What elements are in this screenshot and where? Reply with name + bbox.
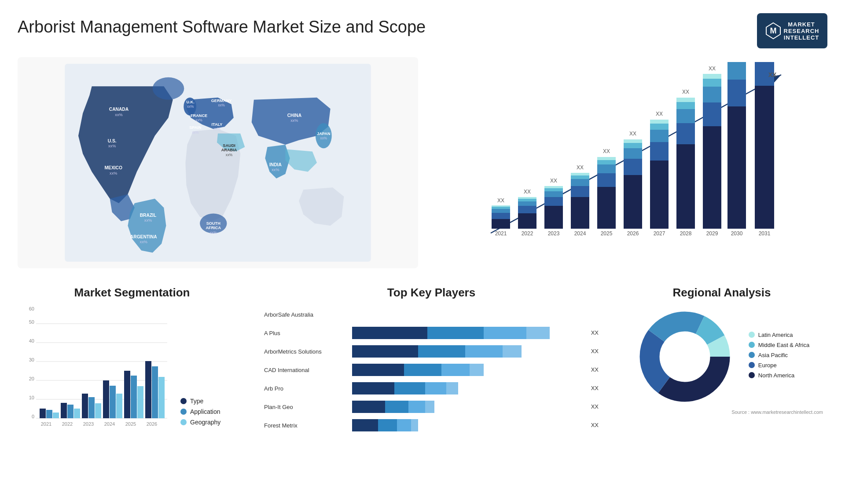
svg-rect-66 (571, 173, 589, 175)
legend-europe: Europe (749, 362, 809, 369)
player-name: Plan-It Geo (264, 404, 352, 410)
bar-seg2 (385, 401, 408, 413)
svg-text:M: M (770, 26, 776, 35)
svg-rect-52 (518, 197, 536, 199)
svg-rect-85 (650, 130, 669, 142)
svg-rect-92 (676, 109, 695, 123)
bar-seg1 (352, 327, 427, 339)
svg-rect-101 (703, 74, 721, 79)
north-america-dot (749, 372, 755, 378)
player-name: Forest Metrix (264, 422, 352, 429)
logo-line1: MARKET (784, 21, 819, 28)
svg-text:ITALY: ITALY (211, 122, 222, 127)
players-chart: ArborSafe Australia A Plus XX ArborMetri… (264, 306, 599, 431)
bar-seg3 (397, 419, 411, 431)
player-row: Plan-It Geo XX (264, 401, 599, 413)
donut-container: Latin America Middle East & Africa Asia … (621, 306, 823, 407)
player-name: Arb Pro (264, 385, 352, 392)
svg-rect-50 (518, 201, 536, 206)
svg-rect-137 (124, 371, 130, 418)
svg-text:xx%: xx% (144, 218, 152, 223)
svg-text:2025: 2025 (125, 421, 136, 427)
player-xx: XX (591, 364, 599, 376)
svg-point-6 (316, 123, 332, 148)
svg-text:xx%: xx% (108, 144, 116, 148)
svg-text:CANADA: CANADA (109, 107, 129, 112)
player-bar (352, 308, 595, 321)
svg-text:xx%: xx% (195, 118, 202, 122)
legend-asia-pacific: Asia Pacific (749, 352, 809, 358)
geography-label: Geography (190, 419, 220, 426)
svg-text:xx%: xx% (115, 113, 122, 117)
svg-text:ARABIA: ARABIA (221, 148, 237, 152)
svg-text:BRAZIL: BRAZIL (140, 213, 156, 218)
svg-text:xx%: xx% (140, 240, 147, 244)
segmentation-chart: 0 10 20 30 40 50 60 (22, 306, 172, 429)
segmentation-section: Market Segmentation 0 10 20 30 40 50 60 (18, 281, 246, 466)
svg-text:0: 0 (32, 414, 34, 419)
svg-text:2022: 2022 (522, 230, 533, 237)
bar-seg4 (503, 345, 522, 358)
svg-rect-105 (727, 80, 746, 106)
bar-chart-section: 2021 XX 2022 XX 2023 XX 2024 (431, 57, 827, 268)
bar-seg3 (425, 382, 446, 394)
player-name: ArborMetrics Solutions (264, 348, 352, 355)
bar-seg4 (411, 419, 418, 431)
svg-rect-93 (676, 102, 695, 109)
svg-rect-125 (40, 409, 46, 418)
svg-rect-91 (676, 123, 695, 144)
legend-mea: Middle East & Africa (749, 342, 809, 348)
player-xx: XX (591, 382, 599, 394)
svg-rect-141 (152, 366, 158, 418)
svg-rect-139 (137, 386, 143, 418)
svg-text:xx%: xx% (272, 168, 279, 172)
players-title: Top Key Players (264, 286, 599, 299)
player-bar (352, 364, 588, 376)
player-row: Forest Metrix XX (264, 419, 599, 431)
application-dot (180, 409, 187, 415)
bar-seg2 (394, 382, 425, 394)
svg-text:2029: 2029 (706, 230, 718, 237)
logo-icon: M (765, 22, 781, 40)
source-text: Source : www.marketresearchintellect.com (621, 409, 823, 415)
player-bar (352, 345, 588, 358)
type-dot (180, 398, 187, 404)
bar-seg3 (441, 364, 470, 376)
svg-text:2026: 2026 (147, 421, 157, 427)
bar-seg2 (427, 327, 484, 339)
svg-text:AFRICA: AFRICA (206, 226, 221, 230)
bar-seg1 (352, 382, 394, 394)
europe-dot (749, 362, 755, 368)
bar-seg4 (425, 401, 434, 413)
bar-seg1 (352, 345, 418, 358)
regional-legend: Latin America Middle East & Africa Asia … (749, 332, 809, 382)
regional-section: Regional Analysis (616, 281, 827, 466)
svg-rect-57 (544, 191, 563, 197)
svg-rect-69 (597, 187, 616, 229)
svg-text:U.K.: U.K. (186, 100, 194, 104)
player-name: A Plus (264, 330, 352, 336)
player-xx: XX (591, 327, 599, 339)
player-name: ArborSafe Australia (264, 311, 352, 318)
legend-application: Application (180, 408, 220, 415)
svg-text:XX: XX (524, 189, 531, 195)
svg-text:2030: 2030 (731, 230, 743, 237)
svg-rect-129 (67, 405, 73, 418)
asia-pacific-label: Asia Pacific (758, 352, 788, 358)
growth-bar-chart: 2021 XX 2022 XX 2023 XX 2024 (436, 62, 823, 264)
svg-rect-58 (544, 188, 563, 191)
svg-text:CHINA: CHINA (287, 113, 302, 118)
logo-line3: INTELLECT (784, 34, 819, 41)
player-xx: XX (591, 401, 599, 413)
svg-text:xx%: xx% (218, 103, 224, 107)
svg-text:xx%: xx% (210, 231, 217, 235)
segmentation-title: Market Segmentation (22, 286, 242, 299)
svg-text:XX: XX (656, 111, 663, 117)
page-title: Arborist Management Software Market Size… (18, 18, 426, 37)
donut-chart (634, 306, 735, 407)
svg-text:MEXICO: MEXICO (105, 165, 122, 170)
svg-text:XX: XX (603, 148, 610, 154)
bar-seg3 (465, 345, 503, 358)
legend-type: Type (180, 398, 220, 405)
type-label: Type (190, 398, 203, 405)
